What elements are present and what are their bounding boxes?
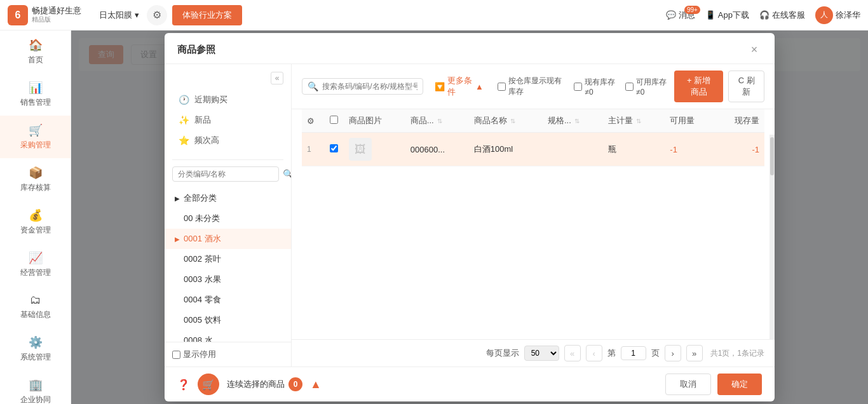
select-all-checkbox[interactable]: [330, 116, 338, 124]
col-spec: 规格... ⇅: [543, 109, 603, 133]
sidebar-item-basics[interactable]: 🗂基础信息: [0, 286, 71, 328]
category-item-0008[interactable]: ▶0008 水: [165, 330, 291, 342]
sidebar-label-home: 首页: [28, 55, 43, 65]
category-item-0002[interactable]: ▶0002 茶叶: [165, 249, 291, 269]
warehouse-stock-checkbox[interactable]: [498, 83, 506, 91]
sidebar-item-home[interactable]: 🏠首页: [0, 30, 71, 73]
left-footer: 显示停用: [165, 342, 291, 367]
logo-icon: 6: [8, 5, 28, 25]
category-label-0004: 0004 零食: [184, 294, 221, 306]
table-head: ⚙ 商品图片: [302, 109, 764, 133]
divider: [172, 159, 283, 160]
confirm-button[interactable]: 确定: [717, 374, 762, 395]
sidebar-label-inventory: 库存核算: [20, 182, 51, 193]
col-name: 商品名称 ⇅: [469, 109, 543, 133]
col-checkbox[interactable]: [325, 109, 344, 133]
sidebar-item-enterprise[interactable]: 🏢企业协同: [0, 370, 71, 404]
sort-icon[interactable]: ⇅: [437, 118, 442, 125]
warehouse-stock-label[interactable]: 按仓库显示现有库存: [498, 76, 566, 97]
product-search-input[interactable]: [322, 82, 417, 91]
table-settings-icon[interactable]: ⚙: [307, 116, 315, 126]
last-page-button[interactable]: »: [686, 345, 703, 361]
table-row[interactable]: 1 🖼 000600... 白酒100ml 瓶 -1 -1: [302, 133, 764, 166]
category-item-0001[interactable]: ▶0001 酒水: [165, 229, 291, 249]
left-nav-item-recent[interactable]: 🕐近期购买: [172, 90, 283, 110]
inventory-icon: 📦: [29, 166, 43, 180]
current-stock-checkbox[interactable]: [574, 83, 582, 91]
filter-button[interactable]: 🔽 更多条件 ▲: [430, 72, 489, 100]
category-item-0003[interactable]: ▶0003 水果: [165, 269, 291, 290]
sidebar-item-system[interactable]: ⚙️系统管理: [0, 328, 71, 370]
left-nav-label-frequent: 频次高: [194, 135, 219, 146]
first-page-button[interactable]: «: [564, 345, 581, 361]
user-item[interactable]: 人 徐泽华: [815, 6, 860, 24]
category-item-0005[interactable]: ▶0005 饮料: [165, 310, 291, 330]
category-item-all[interactable]: ▶全部分类: [165, 188, 291, 208]
messages-item[interactable]: 💬 消息 99+: [666, 10, 695, 21]
collapse-left-button[interactable]: «: [271, 72, 283, 84]
sidebar-item-finance[interactable]: 💰资金管理: [0, 201, 71, 243]
available-stock-checkbox[interactable]: [625, 83, 634, 91]
online-service-item[interactable]: 🎧 在线客服: [759, 10, 805, 21]
cancel-button[interactable]: 取消: [665, 374, 711, 395]
modal-overlay: 商品参照 × « 🕐近期购买✨新品⭐频次高: [71, 30, 868, 404]
page-input[interactable]: [621, 346, 646, 360]
row-checkbox[interactable]: [330, 144, 338, 152]
next-page-button[interactable]: ›: [665, 345, 681, 361]
prev-page-button[interactable]: ‹: [586, 345, 602, 361]
modal-close-button[interactable]: ×: [747, 42, 762, 57]
category-search-input[interactable]: [172, 166, 279, 182]
add-product-button[interactable]: + 新增商品: [674, 71, 724, 102]
scrollbar[interactable]: [770, 135, 775, 339]
refresh-button[interactable]: C 刷新: [728, 71, 764, 102]
left-nav-item-new[interactable]: ✨新品: [172, 110, 283, 130]
store-selector[interactable]: 日太阳膜 ▾: [92, 6, 147, 25]
app-body: 🏠首页📊销售管理🛒采购管理📦库存核算💰资金管理📈经营管理🗂基础信息⚙️系统管理🏢…: [0, 30, 868, 404]
sort-icon-unit[interactable]: ⇅: [636, 118, 641, 125]
frequent-nav-icon: ⭐: [179, 135, 189, 145]
col-unit: 主计量 ⇅: [603, 109, 665, 133]
sidebar-label-operations: 经营管理: [20, 267, 51, 278]
sidebar-label-system: 系统管理: [20, 352, 51, 363]
triangle-icon: ▶: [175, 236, 180, 243]
category-search-button[interactable]: 🔍: [283, 169, 292, 179]
sidebar-item-inventory[interactable]: 📦库存核算: [0, 158, 71, 201]
category-item-0004[interactable]: ▶0004 零食: [165, 290, 291, 310]
table-wrap: ⚙ 商品图片: [292, 109, 775, 339]
scrollbar-thumb[interactable]: [770, 137, 774, 175]
category-label-0005: 0005 饮料: [184, 314, 221, 326]
category-search: 🔍: [165, 163, 291, 185]
basics-icon: 🗂: [30, 293, 41, 307]
category-item-00[interactable]: ▶00 未分类: [165, 208, 291, 229]
show-disabled-checkbox[interactable]: [172, 351, 180, 359]
cart-button[interactable]: 🛒: [198, 374, 219, 395]
show-disabled-label[interactable]: 显示停用: [172, 349, 216, 360]
sidebar-item-operations[interactable]: 📈经营管理: [0, 243, 71, 286]
settings-button[interactable]: ⚙: [147, 5, 167, 25]
sidebar-item-sales[interactable]: 📊销售管理: [0, 73, 71, 116]
category-label-0003: 0003 水果: [184, 274, 221, 285]
headset-icon: 🎧: [759, 10, 770, 20]
sidebar-label-basics: 基础信息: [20, 309, 51, 320]
sort-icon-spec[interactable]: ⇅: [574, 118, 580, 125]
product-unit: 瓶: [603, 133, 665, 166]
left-panel: « 🕐近期购买✨新品⭐频次高 🔍 ▶全部分类▶00 未分类▶0001 酒水▶00…: [165, 64, 292, 367]
app-download-item[interactable]: 📱 App下载: [705, 10, 749, 21]
sidebar-item-purchase[interactable]: 🛒采购管理: [0, 116, 71, 158]
available-stock-label[interactable]: 可用库存≠0: [625, 77, 668, 97]
product-spec: [543, 133, 603, 166]
continuous-select-info: 连续选择的商品 0: [227, 377, 302, 391]
col-settings[interactable]: ⚙: [302, 109, 325, 133]
per-page-select[interactable]: 102050100: [524, 346, 559, 361]
mobile-icon: 📱: [705, 10, 715, 20]
sidebar-label-finance: 资金管理: [20, 225, 51, 236]
col-available: 可用量: [665, 109, 714, 133]
left-nav-item-frequent[interactable]: ⭐频次高: [172, 130, 283, 151]
trial-button[interactable]: 体验行业方案: [172, 5, 242, 25]
help-icon[interactable]: ❓: [177, 379, 190, 391]
sort-icon-name[interactable]: ⇅: [510, 118, 515, 125]
left-nav-label-recent: 近期购买: [194, 94, 227, 105]
footer-actions: 取消 确定: [665, 374, 762, 395]
collapse-footer-button[interactable]: ▲: [310, 378, 322, 391]
current-stock-label[interactable]: 现有库存≠0: [574, 77, 616, 97]
